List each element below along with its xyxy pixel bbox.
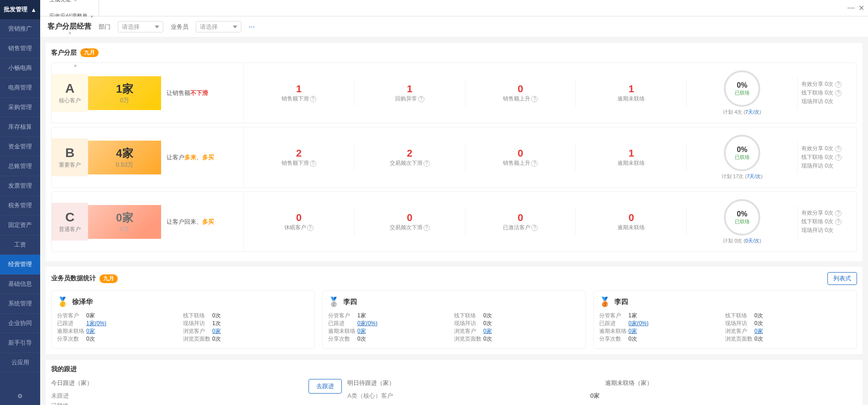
tab-actions: — ✕: [847, 4, 864, 12]
stat-num: 1: [296, 83, 302, 95]
stat-item-逾期未联络: 1逾期未联络: [576, 144, 687, 171]
window-minimize-icon[interactable]: —: [847, 4, 855, 12]
sidebar-item-系统管理[interactable]: 系统管理: [0, 294, 40, 314]
stat-label: 已激活客户 ?: [503, 224, 538, 231]
tier-letter-B: B: [65, 146, 74, 160]
sidebar-item-云应用[interactable]: 云应用: [0, 353, 40, 373]
staff-name-2: 李四: [614, 298, 628, 306]
info-icon[interactable]: ?: [310, 96, 316, 102]
tier-count-wan-A: 0万: [120, 96, 129, 105]
follow-section: 我的跟进 今日跟进（家） 未跟进 已联络 未联络 去跟进 明日待跟进（家） A类…: [46, 360, 863, 405]
tier-name-A: 核心客户: [59, 97, 81, 105]
stat-item-交易频次下滑: 2交易频次下滑 ?: [355, 144, 465, 171]
sidebar-settings[interactable]: ⚙: [0, 387, 40, 405]
dept-label: 部门: [99, 23, 110, 31]
tab-close-生成凭证[interactable]: ×: [74, 0, 77, 3]
stat-num: 2: [407, 147, 413, 159]
stat-item-逾期未联络: 0逾期未联络: [576, 208, 687, 235]
stat-label: 逾期未联络: [617, 224, 645, 231]
info-icon[interactable]: ?: [307, 225, 314, 231]
info-icon[interactable]: ?: [310, 160, 316, 167]
tier-stats-B: 2销售额下滑 ?2交易频次下滑 ?0销售额上升 ?1逾期未联络 0% 已联络 计…: [243, 127, 797, 187]
sidebar-item-经营管理[interactable]: 经营管理: [0, 255, 40, 274]
settings-icon: ⚙: [17, 393, 23, 400]
stat-item-回购异常: 1回购异常 ?: [355, 79, 465, 106]
tier-count-wan-B: 0.53万: [116, 161, 133, 169]
tab-生成凭证[interactable]: 生成凭证×: [44, 0, 99, 8]
follow-section-title: 我的跟进: [51, 365, 857, 373]
sidebar-item-工资[interactable]: 工资: [0, 235, 40, 255]
tab-close-客户分层经营[interactable]: ×: [85, 79, 88, 85]
stat-num: 1: [628, 83, 634, 95]
biz-month-badge[interactable]: 九月: [99, 274, 118, 283]
info-icon[interactable]: ?: [835, 146, 842, 152]
staff-card-0: 🥇徐泽华分管客户0家已跟进1家(0%)逾期未联络0家分享次数0次线下联络0次现场…: [51, 290, 315, 349]
stat-label: 销售额下滑 ?: [282, 95, 316, 103]
stat-label: 逾期未联络: [617, 95, 645, 103]
sidebar-item-采购管理[interactable]: 采购管理: [0, 98, 40, 117]
info-icon[interactable]: ?: [424, 160, 430, 167]
window-close-icon[interactable]: ✕: [858, 4, 864, 12]
customer-tier-section: 客户分层 九月 A核心客户1家0万让销售额不下滑1销售额下滑 ?1回购异常 ?0…: [46, 43, 863, 261]
medal-icon-0: 🥇: [57, 296, 68, 307]
stat-label: 销售额下滑 ?: [282, 159, 316, 167]
stat-num: 0: [518, 147, 523, 159]
dept-select[interactable]: 请选择: [118, 21, 163, 32]
sidebar-item-销售管理[interactable]: 销售管理: [0, 39, 40, 58]
side-stats-A: 有效分享 0次?线下联络 0次?现场拜访 0次: [797, 77, 857, 109]
staff-card-1: 🥈李四分管客户1家已跟进0家(0%)逾期未联络0家分享次数0次线下联络0次现场拜…: [322, 290, 586, 349]
list-view-button[interactable]: 列表式: [827, 272, 857, 285]
stat-item-已激活客户: 0已激活客户 ?: [465, 208, 576, 235]
sidebar-item-总账管理[interactable]: 总账管理: [0, 157, 40, 176]
today-follow-title: 今日跟进（家）: [51, 379, 303, 387]
tab-close-商品分析[interactable]: ×: [74, 63, 77, 68]
tab-close-工资表[interactable]: ×: [68, 30, 71, 36]
tier-count-C: 0家0万: [88, 205, 161, 239]
info-icon[interactable]: ?: [835, 154, 842, 161]
sidebar-item-资金管理[interactable]: 资金管理: [0, 137, 40, 157]
sidebar-item-小畅电商[interactable]: 小畅电商: [0, 58, 40, 78]
tab-close-应收应付调整单[interactable]: ×: [90, 14, 93, 19]
tier-label-C: C普通客户: [52, 203, 88, 241]
sidebar: 批发管理 ▲ 营销推广销售管理小畅电商电商管理采购管理库存核算资金管理总账管理发…: [0, 0, 40, 405]
stat-item-销售额下滑: 2销售额下滑 ?: [244, 144, 355, 171]
stat-label: 回购异常 ?: [395, 95, 424, 103]
stat-item-销售额上升: 0销售额上升 ?: [465, 79, 576, 106]
sidebar-item-企业协同[interactable]: 企业协同: [0, 314, 40, 333]
info-icon[interactable]: ?: [424, 225, 430, 231]
overdue-follow-card: 逾期未联络（家）: [605, 379, 857, 391]
info-icon[interactable]: ?: [835, 210, 842, 216]
go-follow-button[interactable]: 去跟进: [309, 379, 342, 394]
sidebar-header[interactable]: 批发管理 ▲: [0, 0, 40, 19]
tier-month-badge[interactable]: 九月: [80, 48, 99, 57]
info-icon[interactable]: ?: [835, 81, 842, 88]
info-icon[interactable]: ?: [531, 160, 538, 167]
info-icon[interactable]: ?: [418, 96, 424, 102]
sidebar-item-发票管理[interactable]: 发票管理: [0, 176, 40, 196]
stat-num: 0: [628, 212, 634, 224]
info-icon[interactable]: ?: [835, 90, 842, 96]
tab-close-工资统计报表[interactable]: ×: [85, 47, 88, 52]
staff-name-0: 徐泽华: [72, 298, 93, 306]
info-icon[interactable]: ?: [531, 225, 538, 231]
info-icon[interactable]: ?: [835, 219, 842, 225]
sidebar-item-电商管理[interactable]: 电商管理: [0, 78, 40, 98]
sidebar-item-库存核算[interactable]: 库存核算: [0, 117, 40, 137]
tier-count-wan-C: 0万: [120, 225, 129, 233]
sidebar-item-基础信息[interactable]: 基础信息: [0, 274, 40, 294]
medal-icon-2: 🥉: [599, 296, 611, 307]
sidebar-header-label: 批发管理: [4, 5, 27, 14]
tier-suggestion-C: 让客户回来、多买: [161, 212, 243, 231]
sidebar-item-新手引导[interactable]: 新手引导: [0, 333, 40, 353]
tier-count-num-B: 4家: [116, 146, 133, 161]
sidebar-item-税务管理[interactable]: 税务管理: [0, 196, 40, 216]
info-icon[interactable]: ?: [531, 96, 538, 102]
go-follow-wrapper: 去跟进: [309, 379, 342, 394]
sidebar-item-营销推广[interactable]: 营销推广: [0, 19, 40, 39]
sidebar-item-固定资产[interactable]: 固定资产: [0, 216, 40, 235]
staff-select[interactable]: 请选择: [196, 21, 241, 32]
tier-count-A: 1家0万: [88, 76, 161, 110]
more-filter-icon[interactable]: ···: [249, 23, 255, 31]
stat-label: 逾期未联络: [617, 159, 645, 167]
staff-name-1: 李四: [343, 298, 357, 306]
